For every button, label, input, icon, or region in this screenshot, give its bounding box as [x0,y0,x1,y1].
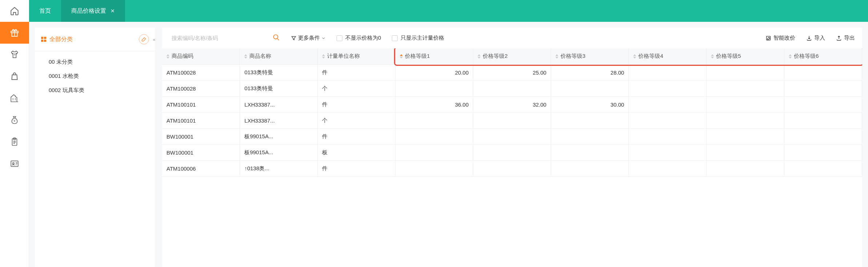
cell-p5[interactable] [707,112,784,128]
table-row[interactable]: BW100001板99015A...板 [162,144,862,160]
cell-p3[interactable] [551,160,629,176]
cell-p4[interactable] [629,96,707,112]
sort-icon [322,54,325,59]
cell-p6[interactable] [784,160,862,176]
tab-price-settings[interactable]: 商品价格设置 ✕ [61,0,125,22]
cell-p6[interactable] [784,64,862,80]
nav-shirt-icon[interactable]: $ [0,44,29,65]
nav-bag-icon[interactable] [0,65,29,87]
col-header-unit[interactable]: 计量单位名称 [318,48,395,64]
col-header-price3[interactable]: 价格等级3 [551,48,629,64]
cell-p6[interactable] [784,96,862,112]
col-header-price2[interactable]: 价格等级2 [473,48,551,64]
cell-p5[interactable] [707,128,784,144]
svg-text:¥: ¥ [13,119,15,123]
cell-p4[interactable] [629,160,707,176]
cell-p5[interactable] [707,64,784,80]
cell-p6[interactable] [784,80,862,96]
edit-icon [765,35,771,41]
cell-p2[interactable] [473,144,551,160]
more-conditions-button[interactable]: 更多条件 [291,35,326,41]
table-row[interactable]: ATM100101LXH33387...件36.0032.0030.00 [162,96,862,112]
cell-code: ATM100006 [162,160,240,176]
cell-p6[interactable] [784,144,862,160]
filter-icon [291,35,297,41]
category-title: 全部分类 [49,36,136,43]
cell-p3[interactable]: 28.00 [551,64,629,80]
cell-unit: 件 [318,160,395,176]
cell-p5[interactable] [707,96,784,112]
cell-p6[interactable] [784,128,862,144]
cell-p3[interactable] [551,112,629,128]
cell-p1[interactable] [395,128,473,144]
cell-p5[interactable] [707,160,784,176]
cell-p6[interactable] [784,112,862,128]
smart-edit-button[interactable]: 智能改价 [765,35,795,41]
search-input[interactable] [171,33,269,43]
category-item[interactable]: 0001 水枪类 [35,69,155,83]
cell-p1[interactable]: 20.00 [395,64,473,80]
cell-p2[interactable]: 32.00 [473,96,551,112]
cell-p1[interactable] [395,160,473,176]
cell-p2[interactable] [473,128,551,144]
edit-category-button[interactable] [139,34,149,44]
close-icon[interactable]: ✕ [110,8,115,14]
table-row[interactable]: ATM1000280133奥特曼个 [162,80,862,96]
collapse-panel-button[interactable]: « [150,36,158,43]
cell-p2[interactable]: 25.00 [473,64,551,80]
export-button[interactable]: 导出 [836,35,855,41]
cell-p4[interactable] [629,112,707,128]
cell-p3[interactable] [551,144,629,160]
cell-p3[interactable] [551,80,629,96]
nav-idcard-icon[interactable] [0,153,29,175]
cell-unit: 件 [318,128,395,144]
hide-zero-checkbox[interactable]: 不显示价格为0 [337,35,381,41]
cell-p2[interactable] [473,112,551,128]
cell-p2[interactable] [473,160,551,176]
col-header-price5[interactable]: 价格等级5 [707,48,784,64]
category-list: 00 未分类 0001 水枪类 0002 玩具车类 [35,51,155,101]
table-row[interactable]: ATM100006↑0138奥...件 [162,160,862,176]
nav-moneybag-icon[interactable]: ¥ [0,109,29,131]
cell-p1[interactable] [395,80,473,96]
export-icon [836,35,842,41]
cell-p4[interactable] [629,64,707,80]
cell-p2[interactable] [473,80,551,96]
col-header-price6[interactable]: 价格等级6 [784,48,862,64]
search-box [171,33,280,43]
table-row[interactable]: ATM100101LXH33387...个 [162,112,862,128]
nav-gift-icon[interactable] [0,22,29,44]
col-header-price1[interactable]: 价格等级1 [395,48,473,64]
category-item[interactable]: 0002 玩具车类 [35,83,155,97]
cell-name: 0133奥特曼 [240,64,318,80]
table-row[interactable]: ATM1000280133奥特曼件20.0025.0028.00 [162,64,862,80]
cell-p3[interactable]: 30.00 [551,96,629,112]
table-row[interactable]: BW100001板99015A...件 [162,128,862,144]
cell-p1[interactable] [395,144,473,160]
cell-p5[interactable] [707,80,784,96]
cell-p1[interactable]: 36.00 [395,96,473,112]
import-button[interactable]: 导入 [806,35,825,41]
import-icon [806,35,812,41]
nav-building-icon[interactable] [0,87,29,109]
nav-home-icon[interactable] [0,0,29,22]
cell-p5[interactable] [707,144,784,160]
tab-price-label: 商品价格设置 [71,7,106,15]
col-header-price4[interactable]: 价格等级4 [629,48,707,64]
col-label: 商品编码 [172,53,193,59]
category-item-label: 00 未分类 [49,59,73,65]
search-icon[interactable] [273,34,280,42]
nav-clipboard-icon[interactable] [0,131,29,153]
col-label: 价格等级6 [794,53,819,59]
category-item[interactable]: 00 未分类 [35,55,155,69]
cell-p4[interactable] [629,128,707,144]
col-label: 价格等级4 [638,53,663,59]
cell-p4[interactable] [629,80,707,96]
col-header-code[interactable]: 商品编码 [162,48,240,64]
cell-p3[interactable] [551,128,629,144]
cell-p4[interactable] [629,144,707,160]
cell-p1[interactable] [395,112,473,128]
main-unit-checkbox[interactable]: 只显示主计量价格 [392,35,444,41]
tab-home[interactable]: 首页 [29,0,61,22]
col-header-name[interactable]: 商品名称 [240,48,318,64]
